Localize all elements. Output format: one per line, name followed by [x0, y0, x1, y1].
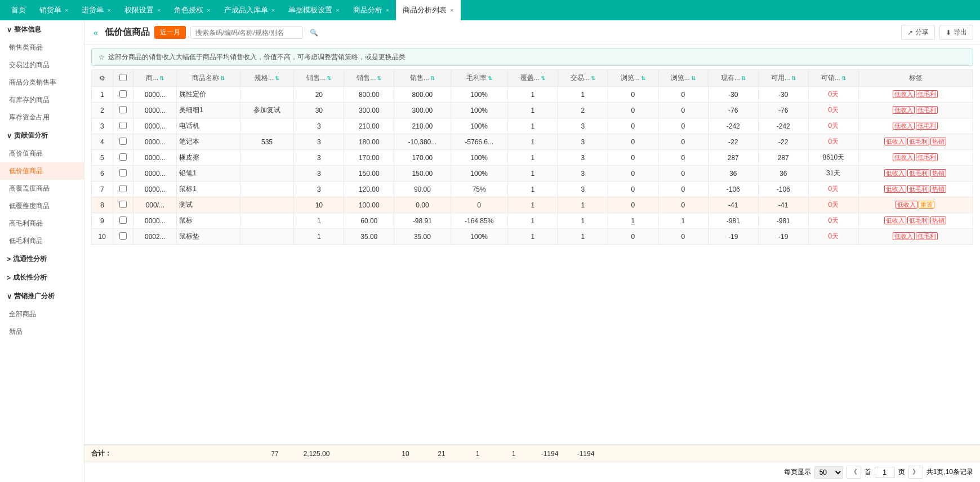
sidebar-item-low-value[interactable]: 低价值商品	[0, 162, 84, 180]
row-select-checkbox[interactable]	[119, 185, 127, 192]
sidebar-group-circulation[interactable]: > 流通性分析	[0, 250, 84, 268]
close-icon[interactable]: ×	[386, 7, 389, 14]
nav-purchase[interactable]: 进货单 ×	[75, 0, 117, 20]
row-view1[interactable]: 0	[608, 87, 658, 103]
row-view1[interactable]: 1	[608, 213, 658, 229]
close-icon[interactable]: ×	[65, 7, 68, 14]
sidebar-item-high-margin[interactable]: 高毛利商品	[0, 215, 84, 232]
col-sales3[interactable]: 销售...⇅	[394, 70, 451, 87]
nav-sales[interactable]: 销货单 ×	[33, 0, 75, 20]
row-name[interactable]: 测试	[177, 197, 240, 213]
row-name[interactable]: 铅笔1	[177, 166, 240, 182]
sidebar-group-growth[interactable]: > 成长性分析	[0, 268, 84, 287]
row-name[interactable]: 鼠标1	[177, 182, 240, 197]
close-icon[interactable]: ×	[336, 7, 339, 14]
row-name[interactable]: 鼠标	[177, 213, 240, 229]
sidebar-item-traded[interactable]: 交易过的商品	[0, 56, 84, 74]
sidebar-item-low-margin[interactable]: 低毛利商品	[0, 232, 84, 250]
row-checkbox[interactable]	[113, 118, 133, 134]
row-select-checkbox[interactable]	[119, 106, 127, 113]
nav-products[interactable]: 产成品入库单 ×	[217, 0, 282, 20]
col-spec[interactable]: 规格...⇅	[240, 70, 294, 87]
close-icon[interactable]: ×	[157, 7, 161, 14]
nav-home[interactable]: 首页	[5, 0, 33, 20]
col-code[interactable]: 商...⇅	[133, 70, 177, 87]
row-view1[interactable]: 0	[608, 150, 658, 166]
row-checkbox[interactable]	[113, 87, 133, 103]
first-page-button[interactable]: 《	[847, 466, 861, 479]
nav-perms[interactable]: 权限设置 ×	[118, 0, 167, 20]
col-trade[interactable]: 交易...⇅	[558, 70, 608, 87]
row-checkbox[interactable]	[113, 166, 133, 182]
col-name[interactable]: 商品名称⇅	[177, 70, 240, 87]
sidebar-group-contribution[interactable]: ∨ 贡献值分析	[0, 126, 84, 145]
sidebar-item-new-goods[interactable]: 新品	[0, 323, 84, 341]
row-view1[interactable]: 0	[608, 182, 658, 197]
row-select-checkbox[interactable]	[119, 122, 127, 129]
row-name[interactable]: 鼠标垫	[177, 229, 240, 245]
row-name[interactable]: 吴细细1	[177, 103, 240, 118]
col-settings[interactable]: ⚙	[92, 70, 113, 87]
col-sales2[interactable]: 销售...⇅	[344, 70, 394, 87]
row-select-checkbox[interactable]	[119, 232, 127, 240]
close-icon[interactable]: ×	[107, 7, 110, 14]
row-select-checkbox[interactable]	[119, 201, 127, 208]
row-view1[interactable]: 0	[608, 166, 658, 182]
search-icon[interactable]: 🔍	[310, 29, 318, 37]
row-name[interactable]: 电话机	[177, 118, 240, 134]
sidebar-item-high-value[interactable]: 高价值商品	[0, 145, 84, 162]
col-view1[interactable]: 浏览...⇅	[608, 70, 658, 87]
sidebar-item-in-stock[interactable]: 有库存的商品	[0, 91, 84, 109]
nav-templates[interactable]: 单据模板设置 ×	[282, 0, 346, 20]
row-select-checkbox[interactable]	[119, 216, 127, 224]
col-available[interactable]: 可用...⇅	[758, 70, 808, 87]
nav-roles[interactable]: 角色授权 ×	[167, 0, 217, 20]
nav-analysis[interactable]: 商品分析 ×	[346, 0, 396, 20]
row-checkbox[interactable]	[113, 134, 133, 150]
col-view2[interactable]: 浏览...⇅	[658, 70, 708, 87]
row-view1[interactable]: 0	[608, 134, 658, 150]
row-name[interactable]: 橡皮擦	[177, 150, 240, 166]
close-icon[interactable]: ×	[450, 7, 453, 14]
sidebar-group-marketing[interactable]: ∨ 营销推广分析	[0, 287, 84, 306]
col-checkbox[interactable]	[113, 70, 133, 87]
row-checkbox[interactable]	[113, 229, 133, 245]
row-view1[interactable]: 0	[608, 197, 658, 213]
nav-analysis-list[interactable]: 商品分析列表 ×	[396, 0, 460, 20]
row-select-checkbox[interactable]	[119, 169, 127, 176]
sidebar-item-stock-fund[interactable]: 库存资金占用	[0, 109, 84, 126]
collapse-sidebar-button[interactable]: «	[91, 28, 100, 37]
row-view1[interactable]: 0	[608, 229, 658, 245]
close-icon[interactable]: ×	[207, 7, 210, 14]
sidebar-group-overall[interactable]: ∨ 整体信息	[0, 20, 84, 39]
row-name[interactable]: 笔记本	[177, 134, 240, 150]
sidebar-item-low-coverage[interactable]: 低覆盖度商品	[0, 197, 84, 215]
row-select-checkbox[interactable]	[119, 153, 127, 161]
close-icon[interactable]: ×	[271, 7, 275, 14]
col-saleable[interactable]: 可销...⇅	[808, 70, 858, 87]
sidebar-item-category-rate[interactable]: 商品分类销售率	[0, 74, 84, 91]
row-checkbox[interactable]	[113, 197, 133, 213]
row-view1[interactable]: 0	[608, 118, 658, 134]
filter-period-button[interactable]: 近一月	[154, 26, 186, 39]
row-select-checkbox[interactable]	[119, 138, 127, 145]
row-checkbox[interactable]	[113, 103, 133, 118]
per-page-select[interactable]: 50 100	[814, 466, 843, 479]
page-input[interactable]	[875, 467, 895, 478]
sidebar-item-sales-goods[interactable]: 销售类商品	[0, 39, 84, 56]
row-checkbox[interactable]	[113, 182, 133, 197]
col-sales1[interactable]: 销售...⇅	[294, 70, 344, 87]
select-all-checkbox[interactable]	[119, 74, 127, 81]
row-checkbox[interactable]	[113, 213, 133, 229]
sidebar-item-all-goods[interactable]: 全部商品	[0, 306, 84, 323]
search-input[interactable]	[190, 26, 303, 39]
col-current[interactable]: 现有...⇅	[708, 70, 758, 87]
row-name[interactable]: 属性定价	[177, 87, 240, 103]
next-page-button[interactable]: 》	[908, 466, 923, 479]
sidebar-item-high-coverage[interactable]: 高覆盖度商品	[0, 180, 84, 197]
row-checkbox[interactable]	[113, 150, 133, 166]
row-view1[interactable]: 0	[608, 103, 658, 118]
row-select-checkbox[interactable]	[119, 90, 127, 98]
col-coverage[interactable]: 覆盖...⇅	[507, 70, 558, 87]
share-button[interactable]: ↗ 分享	[901, 25, 935, 40]
